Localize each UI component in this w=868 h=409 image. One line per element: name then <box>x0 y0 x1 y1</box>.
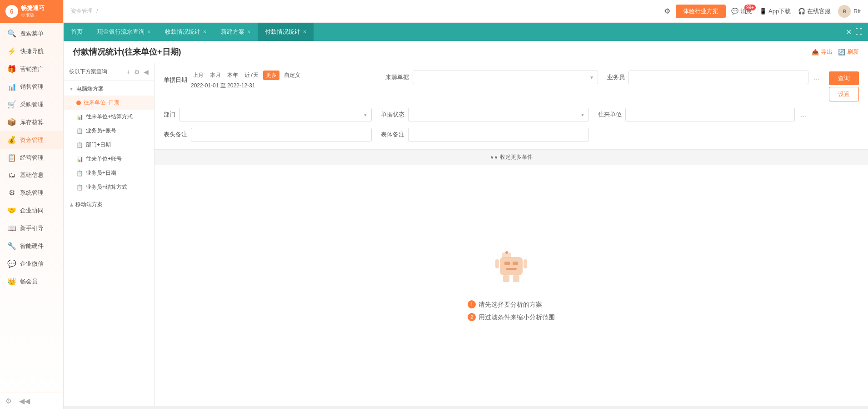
panel-add-btn[interactable]: + <box>127 68 130 76</box>
table-icon3: 📋 <box>76 170 83 177</box>
filter-row-1: 单据日期 上月 本月 本年 近7天 更多 自定义 20 <box>164 71 859 101</box>
chevron-up-icon: ∧∧ <box>490 154 498 161</box>
sidebar-sales-label: 销售管理 <box>20 83 44 91</box>
scheme-item-unit-account[interactable]: 📊 往来单位+账号 <box>64 152 154 166</box>
body-note-label: 表体备注 <box>381 131 404 139</box>
unit-input[interactable] <box>625 108 795 121</box>
topbar-app-label: App下载 <box>768 7 791 15</box>
sidebar-item-inventory[interactable]: 📦 库存核算 <box>0 113 63 131</box>
export-btn[interactable]: 📤 导出 <box>812 48 833 56</box>
tab-cashflow-close[interactable]: × <box>147 29 150 35</box>
tab-newplan-close[interactable]: × <box>247 29 250 35</box>
topbar-service[interactable]: 🎧 在线客服 <box>798 7 831 15</box>
date-opt-this-month[interactable]: 本月 <box>208 71 223 80</box>
svg-rect-6 <box>503 275 509 282</box>
tab-payment-close[interactable]: × <box>303 29 306 35</box>
sidebar-item-guide[interactable]: 📖 新手引导 <box>0 219 63 237</box>
trial-btn[interactable]: 体验行业方案 <box>676 5 726 18</box>
head-note-input[interactable] <box>191 128 372 141</box>
sidebar-item-sales[interactable]: 📊 销售管理 <box>0 78 63 96</box>
inventory-icon: 📦 <box>7 118 16 126</box>
logo-sub: 标准版 <box>21 12 45 18</box>
scheme-item-dept-date[interactable]: 📋 部门+日期 <box>64 138 154 152</box>
topbar-user[interactable]: R Rit <box>838 5 861 18</box>
date-opt-this-year[interactable]: 本年 <box>225 71 240 80</box>
sidebar-collapse-btn[interactable]: ◀◀ <box>19 397 30 405</box>
tab-receipt[interactable]: 收款情况统计 × <box>158 23 214 41</box>
status-select[interactable]: ▼ <box>408 108 589 121</box>
topbar-settings-icon[interactable]: ⚙ <box>664 7 670 15</box>
sidebar-item-hardware[interactable]: 🔧 智能硬件 <box>0 237 63 255</box>
sidebar-item-collab[interactable]: 🤝 企业协同 <box>0 202 63 219</box>
topbar-breadcrumb: 资金管理 <box>71 7 93 15</box>
sidebar-search-label: 搜索菜单 <box>20 30 44 38</box>
sidebar-item-member[interactable]: 👑 畅会员 <box>0 273 63 290</box>
body-note-input[interactable] <box>408 128 589 141</box>
tabbar-actions: ✕ ⛶ <box>846 28 868 36</box>
sidebar-item-operation[interactable]: 📋 经营管理 <box>0 149 63 167</box>
tab-close-all-btn[interactable]: ✕ <box>846 28 852 36</box>
shortcut-icon: ⚡ <box>7 47 16 56</box>
scheme-group-desktop-label: 电脑端方案 <box>76 85 104 93</box>
left-panel: 按以下方案查询 + ⚙ ◀ ▼ 电脑端方案 往来单位+日期 <box>64 63 155 406</box>
sidebar-item-marketing[interactable]: 🎁 营销推广 <box>0 60 63 78</box>
export-label: 导出 <box>821 48 833 56</box>
scheme-group-mobile-header[interactable]: ▶ 移动端方案 <box>64 198 154 211</box>
tab-cashflow-label: 现金银行流水查询 <box>97 28 145 36</box>
topbar: 资金管理 / ⚙ 体验行业方案 💬 消息 99+ 📱 App下载 🎧 在线客服 … <box>64 0 868 23</box>
sidebar-nav: 🔍 搜索菜单 ⚡ 快捷导航 🎁 营销推广 📊 销售管理 🛒 采购管理 📦 库存核… <box>0 23 63 393</box>
panel-collapse-btn[interactable]: ◀ <box>144 68 149 76</box>
sidebar-item-shortcut[interactable]: ⚡ 快捷导航 <box>0 42 63 60</box>
collapse-label: 收起更多条件 <box>500 153 533 161</box>
tab-home[interactable]: 首页 <box>64 23 90 41</box>
scheme-item-staff-payment[interactable]: 📋 业务员+结算方式 <box>64 180 154 194</box>
scheme-group-desktop-header[interactable]: ▼ 电脑端方案 <box>64 82 154 96</box>
sidebar-item-purchase[interactable]: 🛒 采购管理 <box>0 96 63 113</box>
sidebar-basic-label: 基础信息 <box>20 171 44 179</box>
hint-num-2: 2 <box>468 313 476 321</box>
tab-payment[interactable]: 付款情况统计 × <box>258 23 314 41</box>
operation-icon: 📋 <box>7 153 16 162</box>
tab-receipt-close[interactable]: × <box>203 29 206 35</box>
topbar-right: 💬 消息 99+ 📱 App下载 🎧 在线客服 R Rit <box>731 5 861 18</box>
sidebar-item-wechat[interactable]: 💬 企业微信 <box>0 255 63 273</box>
dept-select[interactable]: ▼ <box>179 108 372 121</box>
panel-settings-btn[interactable]: ⚙ <box>134 68 140 76</box>
source-select[interactable]: ▼ <box>413 71 598 84</box>
date-opt-7days[interactable]: 近7天 <box>243 71 260 80</box>
date-options: 上月 本月 本年 近7天 更多 自定义 2022-01-01 至 2022-12… <box>191 71 302 90</box>
staff-dots[interactable]: ... <box>814 73 820 81</box>
sidebar-purchase-label: 采购管理 <box>20 101 44 109</box>
topbar-app[interactable]: 📱 App下载 <box>759 7 791 15</box>
scheme-item-unit-date[interactable]: 往来单位+日期 <box>64 96 154 110</box>
unit-dots[interactable]: ... <box>800 111 806 119</box>
search-icon: 🔍 <box>7 29 16 38</box>
collapse-bar[interactable]: ∧∧ 收起更多条件 <box>155 149 868 165</box>
staff-input[interactable] <box>629 71 808 84</box>
message-icon: 💬 <box>731 8 738 15</box>
tab-cashflow[interactable]: 现金银行流水查询 × <box>90 23 158 41</box>
sidebar-item-system[interactable]: ⚙ 系统管理 <box>0 184 63 202</box>
date-opt-custom[interactable]: 自定义 <box>282 71 302 80</box>
scheme-item-staff-date[interactable]: 📋 业务员+日期 <box>64 166 154 180</box>
sidebar-shortcut-label: 快捷导航 <box>20 47 44 56</box>
date-range-display: 2022-01-01 至 2022-12-31 <box>191 82 302 90</box>
date-opt-more[interactable]: 更多 <box>263 71 279 80</box>
topbar-msg[interactable]: 💬 消息 99+ <box>731 7 752 15</box>
sidebar-item-basic[interactable]: 🗂 基础信息 <box>0 167 63 184</box>
scheme-item-staff-account[interactable]: 📋 业务员+账号 <box>64 124 154 138</box>
tab-newplan[interactable]: 新建方案 × <box>214 23 258 41</box>
tab-receipt-label: 收款情况统计 <box>165 28 200 36</box>
filter-settings-btn[interactable]: 设置 <box>829 87 859 101</box>
empty-illustration <box>489 248 534 289</box>
scheme-item-unit-payment[interactable]: 📊 往来单位+结算方式 <box>64 110 154 124</box>
refresh-btn[interactable]: 🔄 刷新 <box>838 48 859 56</box>
sidebar-settings-btn[interactable]: ⚙ <box>5 397 12 405</box>
sidebar-item-finance[interactable]: 💰 资金管理 <box>0 131 63 149</box>
date-opt-last-month[interactable]: 上月 <box>191 71 205 80</box>
tab-expand-btn[interactable]: ⛶ <box>855 28 863 36</box>
sidebar-item-search[interactable]: 🔍 搜索菜单 <box>0 25 63 42</box>
filter-body-note-item: 表体备注 <box>381 128 589 141</box>
query-btn[interactable]: 查询 <box>829 71 859 85</box>
sidebar: 6 畅捷通巧 标准版 🔍 搜索菜单 ⚡ 快捷导航 🎁 营销推广 📊 销售管理 🛒… <box>0 0 64 409</box>
